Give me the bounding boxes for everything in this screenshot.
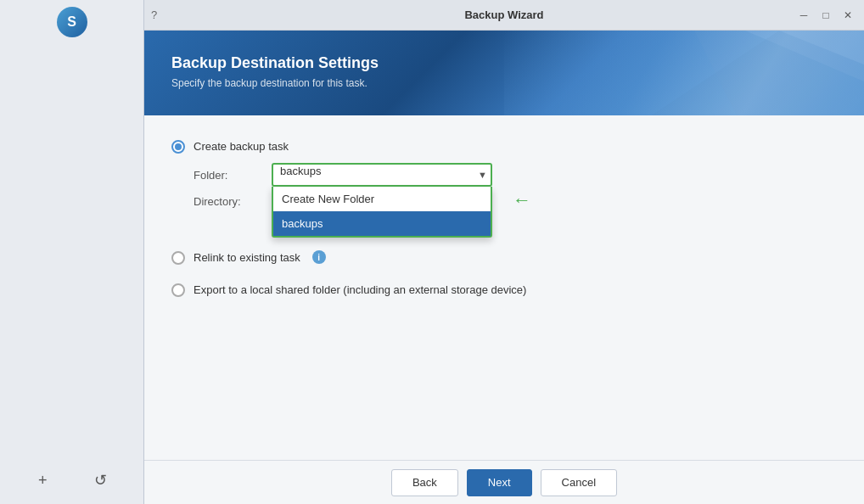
titlebar: ? Backup Wizard ─ □ ✕ (144, 0, 864, 31)
maximize-button[interactable]: □ (816, 6, 835, 25)
logo-char: S (67, 14, 76, 30)
radio-group: Create backup task Folder: backups ▼ (171, 139, 837, 299)
folder-row: Folder: backups ▼ Create New Folder back… (194, 163, 837, 187)
help-icon[interactable]: ? (151, 8, 157, 21)
radio-create-label: Create backup task (194, 139, 289, 154)
history-button[interactable]: ↺ (87, 467, 115, 494)
dropdown-item-create-new-folder[interactable]: Create New Folder (273, 187, 491, 211)
folder-dropdown[interactable]: backups (272, 163, 492, 187)
wizard-content: Create backup task Folder: backups ▼ (144, 115, 864, 460)
svg-marker-0 (694, 31, 864, 115)
folder-dropdown-menu: Create New Folder backups (272, 187, 492, 238)
svg-marker-2 (779, 31, 864, 64)
back-button[interactable]: Back (391, 469, 458, 496)
add-button[interactable]: + (29, 467, 56, 494)
wizard-window: ? Backup Wizard ─ □ ✕ Backup Destination… (144, 0, 864, 504)
folder-selected-value: backups (280, 165, 321, 177)
folder-dropdown-container: backups ▼ Create New Folder backups ← (272, 163, 492, 187)
decorative-shapes (609, 31, 864, 115)
svg-marker-1 (745, 31, 864, 81)
next-button[interactable]: Next (467, 469, 532, 496)
header-title: Backup Destination Settings (171, 54, 837, 72)
header-subtitle: Specify the backup destination for this … (171, 77, 837, 89)
folder-label: Folder: (194, 169, 261, 182)
radio-option-create[interactable]: Create backup task (171, 139, 837, 154)
radio-option-relink[interactable]: Relink to existing task i (171, 250, 837, 266)
window-controls: ─ □ ✕ (794, 6, 857, 25)
minimize-button[interactable]: ─ (794, 6, 813, 25)
directory-label: Directory: (194, 195, 261, 208)
radio-relink-label: Relink to existing task (194, 250, 300, 266)
radio-export-indicator (171, 283, 185, 297)
wizard-footer: Back Next Cancel (144, 460, 864, 504)
window-title: Backup Wizard (464, 8, 543, 21)
dropdown-item-backups[interactable]: backups (273, 211, 491, 236)
radio-create-indicator (171, 140, 185, 154)
wizard-header: Backup Destination Settings Specify the … (144, 31, 864, 115)
radio-export-label: Export to a local shared folder (includi… (194, 283, 526, 298)
cancel-button[interactable]: Cancel (541, 469, 617, 496)
create-backup-fields: Folder: backups ▼ Create New Folder back… (194, 163, 837, 208)
svg-marker-3 (652, 31, 864, 115)
sidebar: S + ↺ (0, 0, 144, 504)
app-logo: S (57, 7, 87, 37)
radio-relink-indicator (171, 251, 185, 265)
info-icon[interactable]: i (312, 250, 326, 264)
close-button[interactable]: ✕ (839, 6, 857, 25)
radio-option-export[interactable]: Export to a local shared folder (includi… (171, 283, 837, 298)
